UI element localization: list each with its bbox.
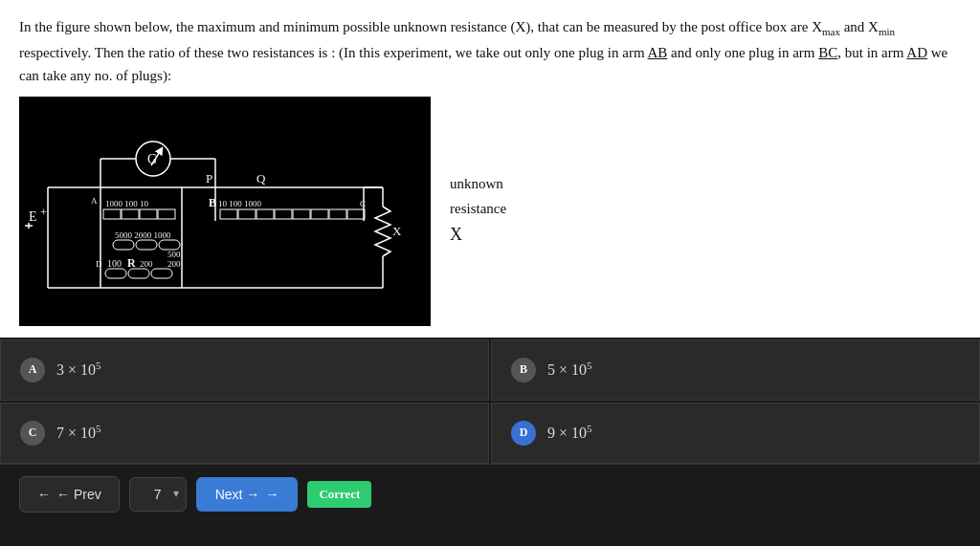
prev-button[interactable]: ← ← Prev [19,476,120,513]
svg-rect-40 [151,269,172,278]
option-c[interactable]: C 7 × 105 [0,403,489,464]
svg-rect-26 [329,209,346,219]
svg-rect-21 [238,209,256,219]
question-text: In the figure shown below, the maximum a… [19,15,961,87]
svg-rect-24 [293,209,310,219]
next-label: Next → [215,487,260,502]
next-button[interactable]: Next → → [196,477,299,512]
option-d-label: D [511,421,536,446]
svg-rect-30 [136,240,157,250]
main-container: In the figure shown below, the maximum a… [0,0,980,546]
svg-rect-22 [256,209,274,219]
question-area: In the figure shown below, the maximum a… [0,0,980,338]
circuit-diagram: E + G [19,97,431,326]
prev-label: ← Prev [56,487,101,502]
svg-rect-16 [103,209,121,219]
svg-rect-25 [311,209,328,219]
svg-text:200: 200 [140,259,153,269]
option-b-text: 5 × 105 [547,360,592,379]
svg-rect-20 [220,209,237,219]
svg-rect-38 [105,269,126,278]
xmax-subscript: max [822,26,840,37]
xmin-subscript: min [879,26,895,37]
arm-ad: AD [906,45,927,60]
option-b-label: B [511,358,536,382]
page-select-wrapper: 7 ▾ [129,477,187,512]
svg-text:1000 100 10: 1000 100 10 [105,199,149,208]
svg-text:P: P [206,171,212,186]
option-a-text: 3 × 105 [56,360,101,379]
svg-text:X: X [392,224,402,238]
option-d-text: 9 × 105 [547,423,592,442]
page-select[interactable]: 7 [129,477,187,512]
option-b[interactable]: B 5 × 105 [491,339,980,401]
option-c-text: 7 × 105 [56,423,101,442]
svg-rect-17 [122,209,139,219]
bottom-bar: ← ← Prev 7 ▾ Next → → Correct [0,464,980,524]
svg-text:100: 100 [107,258,122,269]
svg-rect-39 [128,269,149,278]
svg-text:+: + [40,206,47,219]
unknown-resistance-label: unknown resistance X [450,173,506,248]
svg-text:500: 500 [167,250,181,259]
svg-rect-19 [158,209,175,219]
arm-ab: AB [648,45,668,60]
svg-text:C: C [360,199,366,208]
resistance-text: resistance [450,198,506,220]
option-a-label: A [20,358,45,382]
svg-text:D: D [96,259,102,269]
arm-bc: BC [818,45,837,60]
options-grid: A 3 × 105 B 5 × 105 C 7 × 105 D 9 × 105 [0,339,980,464]
svg-rect-23 [275,209,292,219]
svg-rect-27 [347,209,365,219]
circuit-svg: E + G [19,97,431,326]
next-arrow-icon: → [265,487,278,502]
diagram-container: E + G [19,97,961,326]
svg-text:10 100 1000: 10 100 1000 [218,199,262,208]
svg-text:Q: Q [256,171,266,186]
svg-text:5000 2000 1000: 5000 2000 1000 [115,230,171,240]
option-c-label: C [20,421,45,446]
correct-badge: Correct [307,481,371,508]
svg-text:E: E [29,209,37,224]
x-text: X [450,222,462,249]
svg-rect-18 [140,209,157,219]
option-a[interactable]: A 3 × 105 [0,339,489,401]
prev-arrow-icon: ← [37,487,51,502]
svg-rect-31 [159,240,180,250]
unknown-text: unknown [450,173,503,195]
svg-text:R: R [127,256,136,270]
svg-text:200: 200 [167,259,181,269]
svg-text:A: A [91,196,98,206]
svg-rect-29 [113,240,134,250]
option-d[interactable]: D 9 × 105 [491,403,980,464]
